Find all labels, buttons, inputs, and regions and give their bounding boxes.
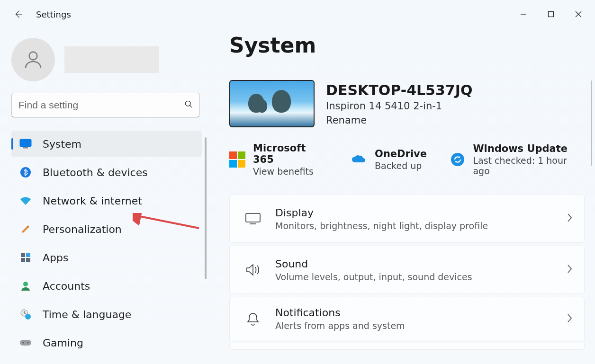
profile-name-redacted: [64, 46, 159, 73]
card-sub: Monitors, brightness, night light, displ…: [275, 221, 488, 231]
chevron-right-icon: [566, 213, 573, 225]
svg-point-14: [23, 282, 28, 286]
minimize-icon: [520, 11, 527, 18]
status-title: OneDrive: [375, 148, 427, 160]
sidebar: System Bluetooth & devices Network & int…: [0, 28, 210, 364]
sidebar-item-accounts[interactable]: Accounts: [11, 273, 202, 299]
sidebar-item-personalization[interactable]: Personalization: [11, 216, 202, 242]
speaker-icon: [244, 261, 262, 279]
minimize-button[interactable]: [510, 5, 537, 24]
sidebar-item-label: Network & internet: [43, 195, 142, 207]
svg-rect-12: [21, 258, 25, 262]
sidebar-item-apps[interactable]: Apps: [11, 244, 202, 271]
sidebar-item-system[interactable]: System: [11, 131, 202, 157]
status-row: Microsoft 365 View benefits OneDrive Bac…: [229, 142, 585, 177]
person-icon: [22, 48, 45, 71]
svg-rect-13: [26, 258, 30, 262]
status-sub: Last checked: 1 hour ago: [473, 155, 585, 176]
card-notifications[interactable]: Notifications Alerts from apps and syste…: [229, 297, 585, 340]
app-title: Settings: [36, 9, 71, 19]
svg-rect-11: [26, 253, 30, 257]
device-name: DESKTOP-4L537JQ: [326, 82, 472, 98]
status-microsoft365[interactable]: Microsoft 365 View benefits: [229, 142, 328, 177]
card-sub: Volume levels, output, input, sound devi…: [275, 272, 472, 282]
svg-rect-1: [549, 12, 554, 17]
svg-rect-8: [23, 147, 28, 149]
search-icon: [184, 99, 193, 111]
status-title: Microsoft 365: [253, 142, 328, 165]
svg-rect-10: [21, 253, 25, 257]
display-icon: [244, 210, 262, 228]
close-button[interactable]: [565, 5, 592, 24]
maximize-button[interactable]: [537, 5, 565, 24]
status-sub: Backed up: [375, 160, 427, 171]
rename-link[interactable]: Rename: [326, 115, 367, 126]
svg-rect-17: [20, 340, 31, 346]
main-scrollbar[interactable]: [591, 80, 592, 166]
card-title: Display: [275, 207, 488, 219]
status-windows-update[interactable]: Windows Update Last checked: 1 hour ago: [450, 142, 585, 177]
titlebar: Settings: [0, 0, 595, 28]
card-partial-next[interactable]: [229, 343, 585, 350]
search-container: [11, 93, 200, 117]
sidebar-item-label: Apps: [43, 252, 68, 264]
monitor-icon: [19, 137, 32, 151]
sidebar-item-label: System: [43, 138, 81, 150]
sidebar-item-label: Bluetooth & devices: [43, 167, 148, 178]
avatar: [11, 38, 55, 81]
wifi-icon: [19, 194, 32, 207]
svg-point-18: [23, 342, 24, 344]
chevron-right-icon: [566, 313, 573, 325]
sidebar-item-label: Personalization: [43, 223, 122, 235]
settings-card-list: Display Monitors, brightness, night ligh…: [229, 195, 585, 350]
clock-globe-icon: [19, 308, 32, 321]
svg-rect-7: [20, 139, 31, 147]
sidebar-item-bluetooth[interactable]: Bluetooth & devices: [11, 159, 202, 186]
svg-line-6: [190, 106, 192, 107]
bluetooth-icon: [19, 166, 32, 179]
card-sub: Alerts from apps and system: [275, 320, 405, 331]
sidebar-item-network[interactable]: Network & internet: [11, 187, 202, 214]
sidebar-scrollbar[interactable]: [205, 137, 207, 279]
svg-rect-22: [246, 213, 260, 222]
apps-icon: [19, 251, 32, 264]
sidebar-item-time-language[interactable]: Time & language: [11, 301, 202, 328]
window-controls: [510, 5, 592, 24]
paintbrush-icon: [19, 222, 32, 236]
device-model: Inspiron 14 5410 2-in-1: [326, 100, 472, 112]
sidebar-nav: System Bluetooth & devices Network & int…: [11, 131, 202, 356]
status-title: Windows Update: [473, 143, 585, 154]
device-wallpaper-thumb[interactable]: [229, 80, 315, 127]
main-content: System DESKTOP-4L537JQ Inspiron 14 5410 …: [210, 28, 595, 364]
gamepad-icon: [19, 336, 32, 349]
device-summary: DESKTOP-4L537JQ Inspiron 14 5410 2-in-1 …: [229, 80, 585, 127]
card-title: Notifications: [275, 307, 405, 319]
svg-point-21: [451, 153, 464, 166]
status-onedrive[interactable]: OneDrive Backed up: [351, 142, 427, 177]
svg-point-4: [29, 52, 37, 60]
svg-point-19: [27, 342, 29, 344]
bell-icon: [244, 310, 262, 328]
back-button[interactable]: [9, 5, 27, 24]
onedrive-icon: [351, 151, 367, 168]
update-sync-icon: [450, 151, 465, 168]
sidebar-item-gaming[interactable]: Gaming: [11, 329, 202, 356]
page-title: System: [229, 33, 585, 57]
chevron-right-icon: [566, 264, 573, 276]
card-sound[interactable]: Sound Volume levels, output, input, soun…: [229, 246, 585, 294]
maximize-icon: [548, 11, 554, 18]
card-display[interactable]: Display Monitors, brightness, night ligh…: [229, 195, 585, 243]
card-title: Sound: [275, 258, 472, 270]
svg-point-5: [185, 101, 190, 106]
close-icon: [575, 11, 582, 18]
sidebar-item-label: Gaming: [43, 337, 83, 349]
svg-point-9: [20, 167, 31, 178]
microsoft-logo-icon: [229, 151, 245, 168]
search-input[interactable]: [11, 93, 200, 117]
status-sub: View benefits: [253, 166, 328, 177]
user-icon: [19, 279, 32, 293]
arrow-left-icon: [13, 9, 23, 19]
profile-block[interactable]: [11, 38, 206, 81]
sidebar-item-label: Accounts: [43, 280, 90, 292]
svg-point-16: [25, 314, 31, 320]
